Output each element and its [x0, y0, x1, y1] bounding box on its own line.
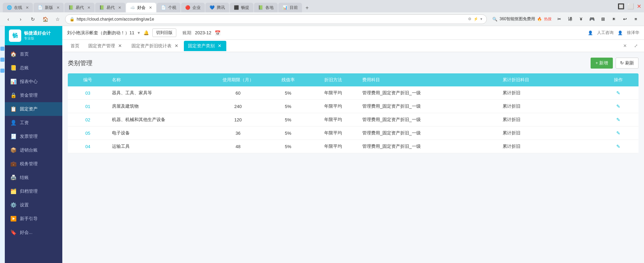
tab-close-window-button[interactable]: ✕	[621, 42, 629, 50]
sidebar-item-checkout[interactable]: 🖨️ 结账	[5, 171, 62, 184]
sidebar-item-purchase-sales[interactable]: 📦 进销台账	[5, 143, 62, 157]
home-button[interactable]: 🏠	[40, 14, 50, 24]
cell-code-4[interactable]: 04	[68, 140, 108, 153]
currency-icon[interactable]: ¥	[576, 14, 586, 24]
edit-icon-2[interactable]: ✎	[616, 117, 620, 122]
browser-tab-10[interactable]: 📊 目前	[278, 3, 302, 12]
menu-icon[interactable]: ≡	[631, 14, 641, 24]
edit-icon-1[interactable]: ✎	[616, 104, 620, 109]
cell-code-1[interactable]: 01	[68, 100, 108, 113]
sidebar-item-salary[interactable]: 👤 工资	[5, 116, 62, 130]
grid-icon[interactable]: ⊞	[598, 14, 608, 24]
calendar-icon[interactable]: 📅	[215, 30, 220, 36]
tab-home[interactable]: 首页	[66, 41, 84, 51]
add-button[interactable]: + 新增	[591, 58, 613, 69]
table-header: 编号 名称 使用期限（月） 残值率 折旧方法 费用科目 累计折旧科目 操作	[68, 73, 639, 86]
bookmark-button[interactable]: ☆	[53, 14, 62, 24]
browser-tab-2[interactable]: 📗 易代 ✕	[64, 3, 94, 12]
edit-icon-0[interactable]: ✎	[616, 90, 620, 96]
cell-edit-0[interactable]: ✎	[598, 86, 639, 100]
address-bar[interactable]: 🔒 https://cloud.chanjet.com/accounting/u…	[65, 14, 487, 24]
sidebar-item-guide[interactable]: ▶️ 新手引导	[5, 212, 62, 226]
sidebar-item-funds[interactable]: 🔒 资金管理	[5, 88, 62, 102]
notification-icon[interactable]: 🔔	[143, 30, 149, 35]
left-panel-icon-2[interactable]	[0, 58, 4, 62]
switch-version-button[interactable]: 切到旧版	[152, 28, 176, 37]
browser-tab-3[interactable]: 📗 易代 ✕	[95, 3, 125, 12]
cell-name-0: 器具、工具、家具等	[108, 86, 208, 100]
cell-expense-0: 管理费用_固定资产折旧_一级	[358, 86, 498, 100]
logo-text-container: 畅捷通好会计 专业版	[24, 31, 51, 41]
tab-fixed-asset-mgmt-close[interactable]: ✕	[117, 43, 123, 49]
sidebar-item-settings[interactable]: ⚙️ 设置	[5, 198, 62, 212]
tab-asset-category-close[interactable]: ✕	[217, 43, 222, 49]
sidebar-item-home[interactable]: 🏠 首页	[5, 47, 62, 61]
tab-close-3[interactable]: ✕	[118, 5, 121, 10]
dropdown-arrow-icon[interactable]: ▾	[138, 30, 140, 35]
user-name: 徐泽华	[627, 30, 639, 36]
sidebar-item-tax[interactable]: 💼 税务管理	[5, 157, 62, 171]
ledger-icon: 📒	[10, 65, 16, 71]
content-area: 类别管理 + 新增 ↻ 刷新 编号 名称 使用期限（月） 残值率	[62, 52, 644, 263]
cell-edit-4[interactable]: ✎	[598, 140, 639, 153]
tab-close-1[interactable]: ✕	[56, 5, 60, 10]
sidebar-item-ledger[interactable]: 📒 总账	[5, 61, 62, 75]
back2-icon[interactable]: ↩	[620, 14, 630, 24]
cell-residual-3: 5%	[268, 127, 308, 140]
cell-code-2[interactable]: 02	[68, 113, 108, 127]
browser-tab-5[interactable]: 📄 个税	[157, 3, 180, 12]
sidebar-item-more[interactable]: 🔖 好会...	[5, 226, 62, 239]
tab-depreciation-stats-close[interactable]: ✕	[174, 43, 179, 49]
table-row: 03 器具、工具、家具等 60 5% 年限平均 管理费用_固定资产折旧_一级 累…	[68, 86, 639, 100]
tab-maximize-button[interactable]: ⤢	[632, 42, 640, 50]
cell-code-0[interactable]: 03	[68, 86, 108, 100]
tab-close-2[interactable]: ✕	[87, 5, 90, 10]
cell-edit-1[interactable]: ✎	[598, 100, 639, 113]
tab-fixed-asset-mgmt[interactable]: 固定资产管理 ✕	[84, 41, 127, 51]
tab-asset-category[interactable]: 固定资产类别 ✕	[184, 41, 226, 51]
cell-code-3[interactable]: 05	[68, 127, 108, 140]
sidebar-item-invoices[interactable]: 🧾 发票管理	[5, 130, 62, 143]
restore-icon[interactable]: ⬜	[627, 3, 634, 10]
browser-tab-7[interactable]: 💙 腾讯	[205, 3, 229, 12]
left-panel-icon-1[interactable]	[0, 47, 4, 51]
browser-tab-8[interactable]: ⬛ 畅提	[230, 3, 253, 12]
tab-depreciation-stats[interactable]: 固定资产折旧统计表 ✕	[127, 41, 183, 51]
sidebar-label-purchase-sales: 进销台账	[20, 147, 38, 153]
browser-tab-9[interactable]: 📗 各地	[254, 3, 278, 12]
cell-expense-1: 管理费用_固定资产折旧_一级	[358, 100, 498, 113]
sidebar-item-archive[interactable]: 🗂️ 归档管理	[5, 184, 62, 198]
search-bar[interactable]: 🔍 360智能抠图免费用 🔥 热搜	[492, 16, 552, 22]
scissors-icon[interactable]: ✂	[554, 14, 564, 24]
address-dropdown-icon[interactable]: ▾	[480, 17, 482, 21]
cell-edit-2[interactable]: ✎	[598, 113, 639, 127]
refresh-button[interactable]: ↻ 刷新	[616, 58, 639, 69]
close-window-icon[interactable]: ✕	[637, 3, 641, 10]
game-icon[interactable]: 🎮	[587, 14, 597, 24]
tab-label-6: 企业	[192, 5, 201, 11]
browser-tab-4[interactable]: ☁️ 好会 ✕	[126, 3, 156, 12]
cell-edit-3[interactable]: ✎	[598, 127, 639, 140]
left-panel-icon-3[interactable]	[0, 69, 4, 73]
tab-close-0[interactable]: ✕	[26, 5, 29, 10]
tab-label-7: 腾讯	[217, 5, 225, 11]
cell-method-0: 年限平均	[308, 86, 358, 100]
minimize-icon[interactable]: 🔲	[618, 3, 624, 10]
edit-icon-4[interactable]: ✎	[616, 144, 620, 149]
cell-residual-2: 5%	[268, 113, 308, 127]
browser-tab-1[interactable]: 📄 新版 ✕	[34, 3, 64, 12]
sidebar-item-reports[interactable]: 📊 报表中心	[5, 75, 62, 88]
tab-close-4[interactable]: ✕	[149, 5, 152, 10]
reload-button[interactable]: ↻	[28, 14, 38, 24]
edit-icon-3[interactable]: ✎	[616, 130, 620, 136]
sun-icon[interactable]: ☀	[609, 14, 619, 24]
browser-tab-0[interactable]: 🌐 在线 ✕	[3, 3, 33, 12]
browser-tab-6[interactable]: 🔴 企业	[181, 3, 205, 12]
new-tab-button[interactable]: +	[303, 3, 312, 12]
sidebar-item-fixed-assets[interactable]: 📋 固定资产	[5, 102, 62, 116]
sidebar-label-invoices: 发票管理	[20, 133, 38, 140]
back-button[interactable]: ‹	[3, 14, 13, 24]
help-label[interactable]: 人工咨询	[597, 30, 614, 36]
forward-button[interactable]: ›	[16, 14, 25, 24]
translate-icon[interactable]: 译	[565, 14, 575, 24]
